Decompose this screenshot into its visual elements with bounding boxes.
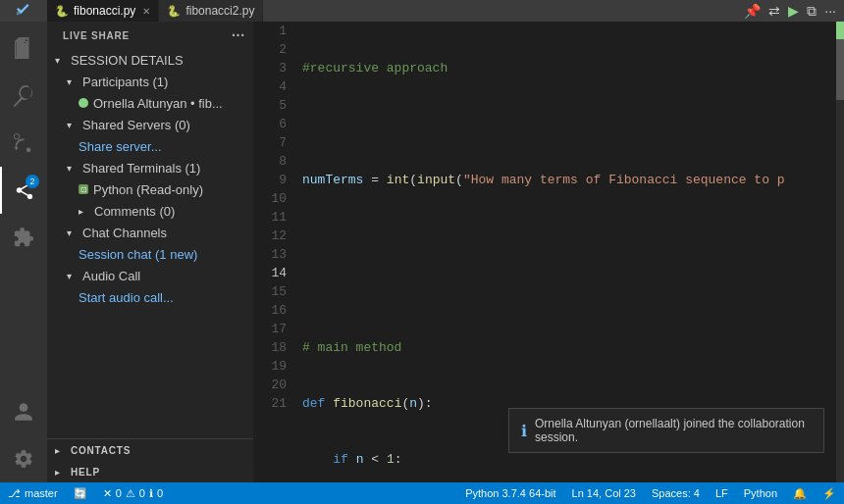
python-file-icon: 🐍 xyxy=(55,5,69,18)
spaces-label: Spaces: 4 xyxy=(652,487,700,499)
info-icon: ℹ xyxy=(521,422,527,440)
status-branch[interactable]: ⎇ master xyxy=(0,482,66,504)
liveshare-status-icon: ⚡ xyxy=(822,487,836,500)
activity-search[interactable] xyxy=(0,73,47,120)
activity-liveshare[interactable]: 2 xyxy=(0,167,47,214)
title-bar-left xyxy=(0,3,47,19)
status-language-server[interactable]: Python 3.7.4 64-bit xyxy=(457,482,563,504)
participant-status-icon xyxy=(79,98,88,108)
participants-arrow: ▾ xyxy=(67,76,79,87)
session-chat-label: Session chat (1 new) xyxy=(79,247,253,262)
branch-name: master xyxy=(25,487,58,499)
ln-9: 9 xyxy=(253,171,287,189)
activity-files[interactable] xyxy=(0,25,47,73)
session-details-label: SESSION DETAILS xyxy=(71,53,253,68)
status-encoding[interactable]: LF xyxy=(708,482,736,504)
ln-21: 21 xyxy=(253,394,287,413)
session-details-header[interactable]: ▾ SESSION DETAILS xyxy=(47,49,253,71)
code-area[interactable]: 1 2 3 4 5 6 7 8 9 10 11 12 13 14 15 16 1… xyxy=(253,22,844,482)
ln-13: 13 xyxy=(253,245,287,264)
status-language[interactable]: Python xyxy=(736,482,785,504)
code-line-4 xyxy=(302,227,785,245)
python-file-icon-2: 🐍 xyxy=(167,5,181,18)
activity-source-control[interactable] xyxy=(0,120,47,167)
shared-terminals-arrow: ▾ xyxy=(67,163,79,174)
language-server-label: Python 3.7.4 64-bit xyxy=(465,487,555,499)
comments-label: Comments (0) xyxy=(94,204,253,219)
ln-16: 16 xyxy=(253,301,287,320)
activity-extensions[interactable] xyxy=(0,214,47,261)
error-count: 0 xyxy=(116,487,122,499)
shared-terminals-row[interactable]: ▾ Shared Terminals (1) xyxy=(47,157,253,178)
share-server-row[interactable]: Share server... xyxy=(47,135,253,157)
branch-icon: ⎇ xyxy=(8,487,21,500)
info-count: 0 xyxy=(157,487,163,499)
line-col-label: Ln 14, Col 23 xyxy=(572,487,636,499)
status-errors[interactable]: ✕ 0 ⚠ 0 ℹ 0 xyxy=(95,482,171,504)
pin-icon[interactable]: 📌 xyxy=(744,3,761,19)
activity-bar: 2 xyxy=(0,22,47,482)
tab-fibonacci-py[interactable]: 🐍 fibonacci.py ✕ xyxy=(47,0,159,22)
tab-close-button[interactable]: ✕ xyxy=(142,6,150,17)
error-icon: ✕ xyxy=(103,487,112,500)
activity-liveshare-badge: 2 xyxy=(26,175,39,188)
comments-arrow: ▸ xyxy=(79,206,90,217)
shared-servers-row[interactable]: ▾ Shared Servers (0) xyxy=(47,114,253,135)
split-icon[interactable]: ⇄ xyxy=(768,3,780,19)
share-server-label: Share server... xyxy=(79,139,253,154)
code-line-6: # main method xyxy=(302,338,785,357)
sidebar-more-button[interactable]: ··· xyxy=(232,27,245,43)
start-audio-row[interactable]: Start audio call... xyxy=(47,286,253,308)
activity-accounts[interactable] xyxy=(0,388,47,435)
ln-5: 5 xyxy=(253,96,287,115)
terminal-icon: ⊡ xyxy=(79,184,88,194)
ln-4: 4 xyxy=(253,77,287,96)
play-icon[interactable]: ▶ xyxy=(788,3,799,19)
ln-3: 3 xyxy=(253,59,287,77)
layout-icon[interactable]: ⧉ xyxy=(807,3,817,20)
minimap-green-indicator xyxy=(836,22,844,39)
warning-icon: ⚠ xyxy=(126,487,135,500)
vscode-logo xyxy=(16,3,31,19)
status-liveshare-btn[interactable]: ⚡ xyxy=(815,482,844,504)
contacts-label: CONTACTS xyxy=(71,445,253,456)
editor-area: 1 2 3 4 5 6 7 8 9 10 11 12 13 14 15 16 1… xyxy=(253,22,844,482)
ln-2: 2 xyxy=(253,40,287,59)
more-icon[interactable]: ··· xyxy=(824,3,836,19)
status-line-col[interactable]: Ln 14, Col 23 xyxy=(564,482,644,504)
ln-10: 10 xyxy=(253,189,287,208)
activity-settings[interactable] xyxy=(0,435,47,482)
status-spaces[interactable]: Spaces: 4 xyxy=(644,482,708,504)
contacts-arrow: ▸ xyxy=(55,445,67,456)
ln-6: 6 xyxy=(253,115,287,133)
participants-row[interactable]: ▾ Participants (1) xyxy=(47,71,253,92)
shared-servers-label: Shared Servers (0) xyxy=(82,118,253,132)
tab-fibonacci2-py[interactable]: 🐍 fibonacci2.py xyxy=(159,0,263,22)
ln-8: 8 xyxy=(253,152,287,171)
encoding-label: LF xyxy=(715,487,728,499)
code-line-3: numTerms = int(input("How many terms of … xyxy=(302,171,785,189)
code-line-1: #recursive approach xyxy=(302,59,785,77)
contacts-row[interactable]: ▸ CONTACTS xyxy=(47,439,253,461)
ln-1: 1 xyxy=(253,22,287,40)
status-sync[interactable]: 🔄 xyxy=(66,482,95,504)
status-bar: ⎇ master 🔄 ✕ 0 ⚠ 0 ℹ 0 Python 3.7.4 64-b… xyxy=(0,482,844,504)
help-arrow: ▸ xyxy=(55,467,67,478)
warning-count: 0 xyxy=(139,487,145,499)
chat-channels-row[interactable]: ▾ Chat Channels xyxy=(47,222,253,243)
participants-label: Participants (1) xyxy=(82,75,253,89)
comments-row[interactable]: ▸ Comments (0) xyxy=(47,200,253,222)
ln-19: 19 xyxy=(253,357,287,376)
main-area: 2 Live Share ··· ▾ SESSION DETAILS ▾ xyxy=(0,22,844,482)
help-label: HELP xyxy=(71,467,253,478)
ln-12: 12 xyxy=(253,227,287,245)
status-feedback[interactable]: 🔔 xyxy=(785,482,815,504)
participant-row[interactable]: Ornella Altunyan • fib... xyxy=(47,92,253,114)
session-chat-row[interactable]: Session chat (1 new) xyxy=(47,243,253,265)
audio-call-row[interactable]: ▾ Audio Call xyxy=(47,265,253,286)
notification-text: Ornella Altunyan (ornellaalt) joined the… xyxy=(535,417,812,444)
chat-channels-arrow: ▾ xyxy=(67,227,79,238)
title-bar: 🐍 fibonacci.py ✕ 🐍 fibonacci2.py 📌 ⇄ ▶ ⧉… xyxy=(0,0,844,22)
help-row[interactable]: ▸ HELP xyxy=(47,461,253,482)
python-terminal-row[interactable]: ⊡ Python (Read-only) xyxy=(47,178,253,200)
